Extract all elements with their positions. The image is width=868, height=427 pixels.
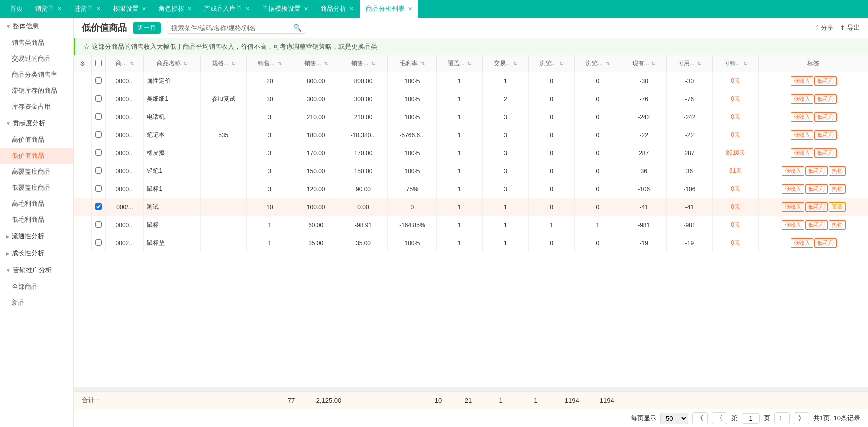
browse1-value[interactable]: 0	[550, 78, 553, 85]
browse1-cell[interactable]: 0	[529, 90, 575, 108]
export-button[interactable]: ⬆ 导出	[840, 23, 860, 32]
row-checkbox-cell[interactable]	[92, 108, 106, 126]
col-sales-qty[interactable]: 销售... ⇅	[247, 55, 293, 72]
nav-sales-order[interactable]: 销货单 ✕	[29, 0, 68, 18]
nav-purchase-order[interactable]: 进货单 ✕	[68, 0, 107, 18]
browse1-value[interactable]: 0	[550, 114, 553, 121]
row-checkbox[interactable]	[95, 131, 102, 138]
sidebar-item-low-coverage[interactable]: 低覆盖度商品	[0, 180, 73, 196]
sidebar-item-low-value[interactable]: 低价值商品	[0, 148, 73, 164]
browse1-cell[interactable]: 0	[529, 108, 575, 126]
nav-close-icon[interactable]: ✕	[96, 6, 101, 12]
row-checkbox[interactable]	[95, 77, 102, 84]
data-table-wrapper[interactable]: ⚙ 商... ⇅ 商品名称 ⇅ 规格... ⇅ 销售... ⇅ 销售... ⇅ …	[74, 55, 868, 387]
browse1-value[interactable]: 0	[550, 204, 553, 211]
nav-home[interactable]: 首页	[4, 0, 29, 18]
sidebar-item-high-value[interactable]: 高价值商品	[0, 132, 73, 148]
prev-page-btn[interactable]: 〈	[712, 412, 727, 424]
sidebar-item-slow-stock[interactable]: 滞销库存的商品	[0, 83, 73, 99]
settings-col-header[interactable]: ⚙	[74, 55, 92, 72]
sidebar-item-sales-products[interactable]: 销售类商品	[0, 35, 73, 51]
sidebar-group-contribution[interactable]: ▼ 贡献度分析	[0, 115, 73, 132]
browse1-cell[interactable]: 0	[529, 198, 575, 216]
browse1-cell[interactable]: 0	[529, 180, 575, 198]
nav-doc-template[interactable]: 单据模板设置 ✕	[256, 0, 314, 18]
row-checkbox-cell[interactable]	[92, 126, 106, 144]
browse1-value[interactable]: 0	[550, 168, 553, 175]
row-checkbox[interactable]	[95, 113, 102, 120]
last-page-btn[interactable]: 》	[794, 412, 809, 424]
nav-close-icon[interactable]: ✕	[304, 6, 308, 12]
sidebar-item-new-products[interactable]: 新品	[0, 295, 73, 311]
browse1-value[interactable]: 1	[550, 222, 553, 229]
share-button[interactable]: ⤴ 分享	[815, 23, 834, 32]
sidebar-group-growth[interactable]: ▶ 成长性分析	[0, 245, 73, 262]
sidebar-group-liquidity[interactable]: ▶ 流通性分析	[0, 228, 73, 245]
first-page-btn[interactable]: 《	[692, 412, 708, 424]
nav-product-analysis-list[interactable]: 商品分析列表 ✕	[360, 0, 418, 18]
row-checkbox[interactable]	[95, 239, 102, 246]
search-input[interactable]	[171, 24, 291, 32]
nav-close-icon[interactable]: ✕	[349, 6, 354, 12]
nav-role-auth[interactable]: 角色授权 ✕	[152, 0, 198, 18]
nav-close-icon[interactable]: ✕	[408, 6, 412, 12]
row-checkbox-cell[interactable]	[92, 162, 106, 180]
horizontal-scrollbar[interactable]	[74, 387, 868, 391]
search-icon[interactable]: 🔍	[293, 24, 302, 32]
sidebar-item-low-margin[interactable]: 低毛利商品	[0, 212, 73, 228]
col-sales-amount[interactable]: 销售... ⇅	[293, 55, 339, 72]
nav-product-inbound[interactable]: 产成品入库单 ✕	[198, 0, 256, 18]
filter-month-btn[interactable]: 近一月	[133, 22, 161, 34]
col-available[interactable]: 可用... ⇅	[666, 55, 712, 72]
col-spec[interactable]: 规格... ⇅	[201, 55, 247, 72]
col-name[interactable]: 商品名称 ⇅	[144, 55, 201, 72]
sidebar-group-overview[interactable]: ▼ 整体信息	[0, 18, 73, 35]
browse1-value[interactable]: 0	[550, 186, 553, 193]
browse1-cell[interactable]: 0	[529, 234, 575, 252]
browse1-cell[interactable]: 0	[529, 72, 575, 90]
row-checkbox-cell[interactable]	[92, 90, 106, 108]
col-current-stock[interactable]: 现有... ⇅	[621, 55, 666, 72]
row-checkbox[interactable]	[95, 167, 102, 174]
sidebar-item-category-sales-rate[interactable]: 商品分类销售率	[0, 67, 73, 83]
row-checkbox[interactable]	[95, 95, 102, 102]
row-checkbox-cell[interactable]	[92, 234, 106, 252]
browse1-value[interactable]: 0	[550, 132, 553, 139]
browse1-cell[interactable]: 0	[529, 144, 575, 162]
row-checkbox-cell[interactable]	[92, 216, 106, 234]
row-checkbox[interactable]	[95, 149, 102, 156]
col-trade[interactable]: 交易... ⇅	[482, 55, 528, 72]
row-checkbox[interactable]	[95, 203, 102, 210]
browse1-cell[interactable]: 0	[529, 126, 575, 144]
browse1-cell[interactable]: 1	[529, 216, 575, 234]
browse1-value[interactable]: 0	[550, 240, 553, 247]
row-checkbox[interactable]	[95, 185, 102, 192]
sidebar-group-marketing[interactable]: ▼ 营销推广分析	[0, 262, 73, 279]
row-checkbox-cell[interactable]	[92, 180, 106, 198]
col-sellable[interactable]: 可销... ⇅	[713, 55, 759, 72]
row-checkbox-cell[interactable]	[92, 72, 106, 90]
sidebar-item-all-products[interactable]: 全部商品	[0, 279, 73, 295]
sidebar-item-stock-capital[interactable]: 库存资金占用	[0, 99, 73, 115]
col-gross-margin[interactable]: 毛利率 ⇅	[388, 55, 436, 72]
row-checkbox-cell[interactable]	[92, 144, 106, 162]
sidebar-item-high-coverage[interactable]: 高覆盖度商品	[0, 164, 73, 180]
nav-close-icon[interactable]: ✕	[57, 6, 62, 12]
select-all-checkbox[interactable]	[95, 60, 102, 66]
sidebar-item-high-margin[interactable]: 高毛利商品	[0, 196, 73, 212]
browse1-value[interactable]: 0	[550, 96, 553, 103]
nav-close-icon[interactable]: ✕	[245, 6, 250, 12]
col-browse1[interactable]: 浏览... ⇅	[529, 55, 575, 72]
col-code[interactable]: 商... ⇅	[106, 55, 144, 72]
col-sales-cost[interactable]: 销售... ⇅	[339, 55, 387, 72]
sidebar-item-traded-products[interactable]: 交易过的商品	[0, 51, 73, 67]
nav-close-icon[interactable]: ✕	[187, 6, 192, 12]
browse1-value[interactable]: 0	[550, 150, 553, 157]
per-page-select[interactable]: 50 100 200	[660, 413, 688, 424]
current-page-input[interactable]	[742, 413, 760, 424]
next-page-btn[interactable]: 〉	[774, 412, 790, 424]
nav-product-analysis[interactable]: 商品分析 ✕	[314, 0, 360, 18]
col-browse2[interactable]: 浏览... ⇅	[575, 55, 621, 72]
checkbox-col-header[interactable]	[92, 55, 106, 72]
row-checkbox-cell[interactable]	[92, 198, 106, 216]
